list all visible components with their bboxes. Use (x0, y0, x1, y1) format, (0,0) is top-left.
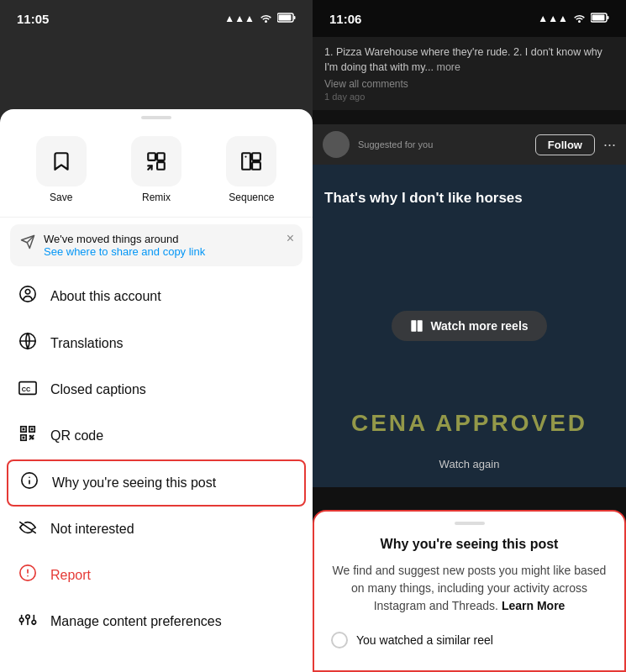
sequence-button[interactable]: Sequence (226, 136, 276, 203)
person-circle-icon (17, 285, 39, 308)
time-ago: 1 day ago (324, 92, 614, 102)
play-icon (410, 319, 423, 333)
svg-rect-2 (294, 16, 296, 19)
avatar (323, 131, 350, 158)
menu-label-manage: Manage content preferences (50, 614, 222, 629)
menu-item-manage[interactable]: Manage content preferences (0, 599, 313, 644)
battery-icon (277, 13, 296, 25)
sequence-icon-box (226, 136, 276, 186)
cena-approved-text: CENA APPROVED (313, 410, 626, 437)
svg-point-38 (26, 615, 30, 619)
svg-point-36 (19, 618, 24, 622)
svg-rect-27 (29, 435, 32, 438)
svg-rect-28 (32, 438, 34, 440)
menu-item-report[interactable]: Report (0, 552, 313, 599)
left-panel: 11:05 ▲▲▲ (0, 0, 313, 672)
svg-rect-45 (418, 320, 423, 331)
right-time: 11:06 (329, 12, 361, 26)
suggested-bar: Suggested for you Follow ··· (313, 124, 626, 165)
save-label: Save (50, 192, 72, 203)
comment-text: 1. Pizza Warehouse where they're rude. 2… (324, 45, 614, 75)
svg-rect-1 (279, 14, 292, 20)
more-options-icon[interactable]: ··· (603, 136, 616, 154)
popup-handle (455, 522, 485, 525)
svg-rect-8 (252, 162, 260, 170)
remix-button[interactable]: Remix (131, 136, 181, 203)
sequence-label: Sequence (229, 192, 274, 203)
learn-more-link[interactable]: Learn More (502, 599, 565, 612)
menu-label-report: Report (50, 568, 91, 583)
watch-again-text[interactable]: Watch again (313, 458, 626, 470)
left-status-icons: ▲▲▲ (224, 13, 296, 25)
svg-rect-6 (242, 153, 250, 170)
notice-link[interactable]: See where to share and copy link (44, 245, 205, 258)
svg-point-40 (32, 620, 36, 624)
comments-area: 1. Pizza Warehouse where they're rude. 2… (313, 37, 626, 110)
save-icon-box (36, 136, 87, 186)
suggested-tag: Suggested for you (358, 139, 527, 150)
bottom-sheet: Save Remix (0, 109, 313, 672)
video-title: That's why I don't like horses (324, 190, 523, 207)
menu-item-not-interested[interactable]: Not interested (0, 507, 313, 552)
menu-item-translations[interactable]: Translations (0, 320, 313, 367)
radio-circle (331, 632, 348, 648)
similar-reel-row: You watched a similar reel (331, 627, 608, 654)
right-signal-icon: ▲▲▲ (538, 13, 568, 24)
save-button[interactable]: Save (36, 136, 87, 203)
menu-item-captions[interactable]: CC Closed captions (0, 367, 313, 412)
svg-rect-20 (31, 428, 34, 431)
left-time: 11:05 (17, 12, 49, 26)
report-icon (17, 564, 39, 587)
video-area: That's why I don't like horses CENA APPR… (313, 165, 626, 487)
notice-title: We've moved things around (44, 233, 205, 245)
more-link[interactable]: more (436, 61, 460, 73)
right-status-bar: 11:06 ▲▲▲ (313, 0, 626, 37)
menu-label-translations: Translations (50, 336, 124, 351)
svg-rect-19 (23, 428, 25, 431)
menu-label-qr: QR code (50, 428, 103, 444)
why-popup: Why you're seeing this post We find and … (313, 510, 626, 672)
menu-label-why: Why you're seeing this post (52, 475, 216, 491)
wifi-icon (260, 13, 272, 25)
svg-text:CC: CC (22, 386, 31, 393)
qr-icon (17, 424, 39, 448)
notice-send-icon (20, 234, 35, 253)
right-panel: 11:06 ▲▲▲ 1. Pizza Warehouse where they'… (313, 0, 626, 672)
popup-body: We find and suggest new posts you might … (331, 562, 608, 615)
remix-icon-box (131, 136, 181, 186)
svg-point-13 (25, 290, 30, 295)
action-row: Save Remix (0, 129, 313, 218)
popup-title: Why you're seeing this post (331, 537, 608, 552)
cc-icon: CC (17, 379, 39, 401)
notice-close-button[interactable]: × (287, 231, 294, 246)
svg-rect-5 (157, 162, 165, 170)
menu-list: About this account Translations (0, 270, 313, 648)
similar-reel-text: You watched a similar reel (356, 633, 493, 647)
menu-item-qr[interactable]: QR code (0, 412, 313, 459)
translate-icon (17, 332, 39, 355)
left-status-bar: 11:05 ▲▲▲ (0, 0, 313, 37)
watch-more-reels-button[interactable]: Watch more reels (392, 311, 546, 341)
right-wifi-icon (573, 13, 586, 25)
menu-label-about: About this account (50, 289, 161, 304)
view-all-comments[interactable]: View all comments (324, 78, 614, 90)
notice-banner: We've moved things around See where to s… (10, 224, 302, 266)
info-circle-icon (18, 471, 40, 495)
right-battery-icon (591, 13, 609, 25)
menu-label-not-interested: Not interested (50, 522, 134, 537)
svg-rect-21 (23, 437, 25, 439)
svg-rect-4 (157, 153, 165, 160)
svg-rect-7 (252, 153, 260, 160)
sliders-icon (17, 611, 39, 633)
sheet-handle (141, 116, 171, 119)
follow-button[interactable]: Follow (535, 134, 595, 155)
signal-icon: ▲▲▲ (224, 13, 255, 24)
suggested-labels: Suggested for you (358, 139, 527, 150)
svg-rect-44 (412, 320, 417, 331)
svg-rect-3 (148, 153, 155, 160)
eye-slash-icon (17, 518, 39, 540)
menu-item-about[interactable]: About this account (0, 273, 313, 320)
menu-item-why[interactable]: Why you're seeing this post (7, 459, 306, 507)
menu-label-captions: Closed captions (50, 382, 146, 397)
remix-label: Remix (142, 192, 171, 203)
